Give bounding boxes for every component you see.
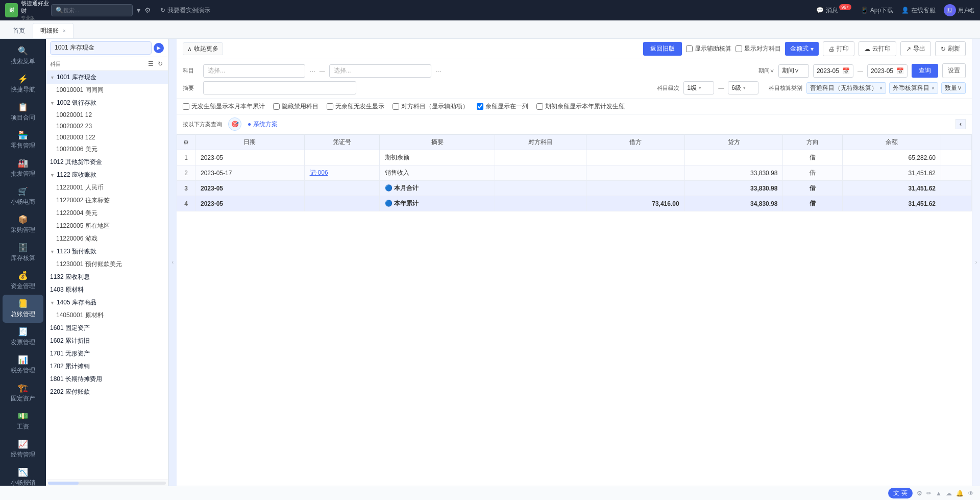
show-aux-checkbox[interactable]: 显示辅助核算 <box>686 44 731 53</box>
col-gear[interactable]: ⚙ <box>177 135 195 150</box>
tree-item-11220001[interactable]: 11220001 人民币 <box>46 181 168 194</box>
tree-item-1123[interactable]: ▼ 1123 预付账款 <box>46 245 168 258</box>
print-btn[interactable]: 🖨 打印 <box>823 41 854 56</box>
sidebar-item-salary[interactable]: 💵 工资 <box>3 407 43 435</box>
sidebar-item-retail[interactable]: 🏪 零售管理 <box>3 126 43 154</box>
cb-show-begin-input[interactable] <box>536 103 543 110</box>
refresh-btn[interactable]: ↻ 刷新 <box>935 41 966 56</box>
sidebar-item-purchase[interactable]: 📦 采购管理 <box>3 210 43 239</box>
period-type-select[interactable]: 期间∨ <box>778 64 809 78</box>
message-btn[interactable]: 💬 消息 99+ <box>816 6 852 15</box>
chip-quantity[interactable]: 数量∨ <box>941 82 966 94</box>
period-from-input[interactable]: 2023-05 📅 <box>813 64 853 78</box>
sidebar-item-tax[interactable]: 📊 税务管理 <box>3 351 43 379</box>
sidebar-item-wholesale[interactable]: 🏭 批发管理 <box>3 154 43 182</box>
tree-item-11220006[interactable]: 11220006 游戏 <box>46 232 168 245</box>
sidebar-item-search[interactable]: 🔍 搜索菜单 <box>3 42 43 70</box>
sidebar-item-inventory[interactable]: 🗄️ 库存核算 <box>3 239 43 267</box>
tree-item-1002[interactable]: ▼ 1002 银行存款 <box>46 97 168 109</box>
cell-voucher-2[interactable]: 记-006 <box>304 165 380 181</box>
cb-balance-one-col-input[interactable] <box>477 103 483 110</box>
bottom-icon-1[interactable]: ⚙ <box>917 490 922 497</box>
left-panel-collapse-btn[interactable]: ‹ <box>168 39 177 486</box>
tree-item-1403[interactable]: 1403 原材料 <box>46 283 168 296</box>
dropdown-icon[interactable]: ▾ <box>136 5 141 15</box>
account-level-from[interactable]: 1级 ▾ <box>683 81 714 94</box>
account-tree[interactable]: ▼ 1001 库存现金 10010001 同同同 ▼ 1002 银行存款 100… <box>46 71 168 480</box>
cb-no-balance[interactable]: 无余额无发生显示 <box>327 102 384 111</box>
translate-btn[interactable]: 文 英 <box>888 488 913 498</box>
bottom-icon-6[interactable]: 👁 <box>968 490 974 497</box>
account-filter-dots2[interactable]: ··· <box>435 67 442 75</box>
tree-item-1702[interactable]: 1702 累计摊销 <box>46 360 168 373</box>
expand-more-btn[interactable]: ∧ 收起更多 <box>183 42 223 55</box>
bottom-icon-3[interactable]: ▲ <box>936 490 942 497</box>
tree-item-2202[interactable]: 2202 应付账款 <box>46 386 168 398</box>
demo-link[interactable]: ↻ 我要看实例演示 <box>160 6 210 15</box>
show-opposite-input[interactable] <box>736 45 742 52</box>
cb-no-occur-input[interactable] <box>183 103 189 110</box>
sidebar-item-assets[interactable]: 🏗️ 固定资产 <box>3 379 43 407</box>
sidebar-item-project[interactable]: 📋 项目合同 <box>3 98 43 126</box>
tree-item-1012[interactable]: 1012 其他货币资金 <box>46 156 168 169</box>
minimize-btn[interactable]: — <box>919 0 939 20</box>
tab-detail[interactable]: 明细账 × <box>33 23 74 38</box>
tree-item-1001[interactable]: ▼ 1001 库存现金 <box>46 71 168 84</box>
bottom-icon-4[interactable]: ☁ <box>946 490 952 497</box>
account-nav-btn[interactable]: ▶ <box>154 43 164 53</box>
cloud-print-btn[interactable]: ☁ 云打印 <box>859 41 896 56</box>
tab-detail-close[interactable]: × <box>63 28 66 34</box>
sidebar-item-quicknav[interactable]: ⚡ 快捷导航 <box>3 70 43 98</box>
tree-item-11220004[interactable]: 11220004 美元 <box>46 207 168 220</box>
tree-item-11220005[interactable]: 11220005 所在地区 <box>46 220 168 232</box>
tree-item-10020003[interactable]: 10020003 122 <box>46 132 168 143</box>
tree-item-1602[interactable]: 1602 累计折旧 <box>46 335 168 347</box>
tree-item-10020001[interactable]: 10020001 12 <box>46 109 168 121</box>
close-btn[interactable]: × <box>960 0 980 20</box>
account-filter-dots[interactable]: ··· <box>309 67 315 75</box>
account-selector[interactable]: 1001 库存现金 <box>50 41 152 55</box>
voucher-link-2[interactable]: 记-006 <box>310 169 328 176</box>
collapse-right-btn[interactable]: ‹ <box>955 119 966 129</box>
tree-item-11230001[interactable]: 11230001 预付账款美元 <box>46 258 168 271</box>
export-btn[interactable]: ↗ 导出 <box>900 41 931 56</box>
chip-foreign-close[interactable]: × <box>932 85 935 91</box>
tree-item-1132[interactable]: 1132 应收利息 <box>46 271 168 283</box>
cb-balance-one-col[interactable]: 余额显示在一列 <box>477 102 528 111</box>
show-opposite-checkbox[interactable]: 显示对方科目 <box>736 44 781 53</box>
sidebar-item-ledger[interactable]: 📒 总账管理 <box>3 295 43 323</box>
back-btn[interactable]: 返回旧版 <box>643 42 682 56</box>
tree-item-10020006[interactable]: 10020006 美元 <box>46 143 168 156</box>
chip-normal-close[interactable]: × <box>879 85 883 91</box>
tree-list-icon[interactable]: ☰ <box>147 59 155 68</box>
tree-item-1122[interactable]: ▼ 1122 应收账款 <box>46 169 168 181</box>
search-btn[interactable]: 查询 <box>912 64 938 78</box>
bottom-icon-5[interactable]: 🔔 <box>956 490 964 497</box>
cb-hide-banned-input[interactable] <box>273 103 280 110</box>
sidebar-item-ecommerce[interactable]: 🛒 小畅电商 <box>3 182 43 210</box>
cb-show-opposite[interactable]: 对方科目（显示辅助项） <box>393 102 469 111</box>
tree-refresh-icon[interactable]: ↻ <box>157 59 164 68</box>
style-btn[interactable]: 金额式 ▾ <box>785 42 819 56</box>
cb-no-balance-input[interactable] <box>327 103 333 110</box>
account-filter-input2[interactable]: 选择... <box>329 64 431 78</box>
tab-home[interactable]: 首页 <box>5 23 33 38</box>
sidebar-item-report[interactable]: 📉 小畅报销 <box>3 463 43 486</box>
tree-item-10010001[interactable]: 10010001 同同同 <box>46 84 168 97</box>
period-to-input[interactable]: 2023-05 📅 <box>867 64 908 78</box>
app-download-btn[interactable]: 📱 App下载 <box>861 6 893 15</box>
tree-item-1601[interactable]: 1601 固定资产 <box>46 322 168 335</box>
cb-no-occur[interactable]: 无发生额显示本月本年累计 <box>183 102 265 111</box>
tree-item-1801[interactable]: 1801 长期待摊费用 <box>46 373 168 386</box>
cb-hide-banned[interactable]: 隐藏禁用科目 <box>273 102 318 111</box>
cb-show-begin[interactable]: 期初余额显示本年累计发生额 <box>536 102 625 111</box>
horizontal-scrollbar[interactable] <box>46 480 168 486</box>
sidebar-item-invoice[interactable]: 🧾 发票管理 <box>3 323 43 351</box>
cb-show-opposite-input[interactable] <box>393 103 399 110</box>
tree-item-10020002[interactable]: 10020002 23 <box>46 121 168 132</box>
show-aux-input[interactable] <box>686 45 693 52</box>
tree-item-1701[interactable]: 1701 无形资产 <box>46 347 168 360</box>
summary-filter-input[interactable] <box>203 81 356 94</box>
account-filter-input[interactable]: 选择... <box>203 64 305 78</box>
scheme-plan-btn[interactable]: ● 系统方案 <box>248 120 278 129</box>
